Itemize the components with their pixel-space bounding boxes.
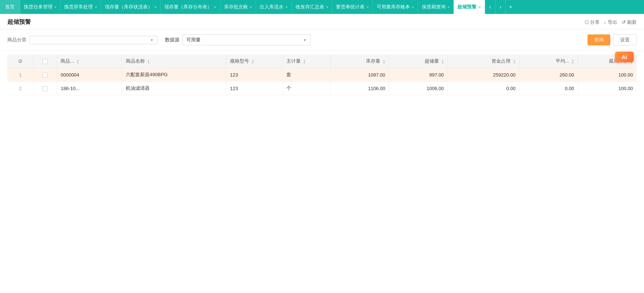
row-avg: 0.00 [519, 82, 578, 95]
th-unit[interactable]: 主计量 ▲▼ [282, 55, 330, 68]
nav-close-icon[interactable]: × [154, 5, 157, 9]
nav-stock-status[interactable]: 现存量（库存状况表） × [101, 0, 161, 14]
nav-item-label: 库存批次账 [224, 4, 248, 10]
th-avg-label: 平均... [556, 58, 569, 64]
table-header-row: ⚙ 商品... ▲▼ 商品名称 ▲▼ 规格型号 ▲▼ 主计 [7, 55, 637, 68]
nav-close-icon[interactable]: × [250, 5, 252, 9]
settings-button[interactable]: 设置 [613, 34, 637, 45]
sort-icon: ▲▼ [383, 59, 385, 64]
nav-next-arrow[interactable]: › [495, 0, 505, 14]
nav-close-icon[interactable]: × [366, 5, 369, 9]
nav-summary[interactable]: 收发存汇总表 × [292, 0, 332, 14]
row-code: 186-10... [57, 82, 122, 95]
category-filter-label: 商品分类 [7, 37, 26, 43]
category-select[interactable]: ▼ [29, 36, 158, 44]
nav-more-arrow[interactable]: × [505, 0, 516, 14]
row-over: 1006.00 [389, 82, 448, 95]
datasource-select[interactable]: 可用量 ▼ [182, 34, 311, 45]
nav-overstock[interactable]: 超储预警 × [454, 0, 484, 14]
ai-button[interactable]: Ai [615, 52, 634, 62]
sort-icon: ▲▼ [147, 59, 150, 64]
row-capital: 0.00 [448, 82, 519, 95]
row-checkbox-cell[interactable] [33, 82, 57, 95]
nav-close-icon[interactable]: × [95, 5, 97, 9]
table-body: 1 0000004 六配套新昌490BPG 123 套 1097.00 997.… [7, 68, 637, 95]
row-unit: 个 [282, 82, 330, 95]
th-over-label: 超储量 [425, 58, 439, 64]
sort-icon: ▲▼ [303, 59, 306, 64]
row-name: 机油滤清器 [122, 82, 226, 95]
nav-close-icon[interactable]: × [447, 5, 450, 9]
nav-expiry[interactable]: 保质期查询 × [418, 0, 454, 14]
nav-stock-dist[interactable]: 现存量（库存分布表） × [161, 0, 220, 14]
nav-order-stats[interactable]: 要货单统计表 × [332, 0, 373, 14]
table-container: ⚙ 商品... ▲▼ 商品名称 ▲▼ 规格型号 ▲▼ 主计 [0, 55, 644, 95]
nav-home-label: 首页 [5, 4, 15, 10]
nav-item-label: 收发存汇总表 [296, 4, 324, 10]
th-spec-label: 规格型号 [230, 58, 249, 64]
filter-area: 商品分类 ▼ 数据源 可用量 ▼ 查询 设置 [0, 29, 644, 51]
nav-close-icon[interactable]: × [54, 5, 56, 9]
row-checkbox[interactable] [43, 73, 48, 78]
select-all-checkbox[interactable] [43, 59, 48, 64]
query-button[interactable]: 查询 [588, 34, 610, 45]
row-stock: 1097.00 [330, 68, 389, 82]
row-checkbox-cell[interactable] [33, 68, 57, 82]
th-name-label: 商品名称 [126, 58, 145, 64]
sort-icon: ▲▼ [441, 59, 444, 64]
row-code: 0000004 [57, 68, 122, 82]
row-name: 六配套新昌490BPG [122, 68, 226, 82]
share-button[interactable]: ⬡ 分享 [585, 19, 600, 26]
th-avg[interactable]: 平均... ▲▼ [519, 55, 578, 68]
page-header: 超储预警 ⬡ 分享 ↓ 导出 ↺ 刷新 [0, 14, 644, 29]
th-spec[interactable]: 规格型号 ▲▼ [226, 55, 283, 68]
nav-item-label: 要货单统计表 [336, 4, 365, 10]
th-gear[interactable]: ⚙ [7, 55, 33, 68]
category-filter-group: 商品分类 ▼ [7, 36, 158, 44]
datasource-select-value: 可用量 [186, 37, 201, 43]
gear-icon[interactable]: ⚙ [18, 58, 23, 64]
overstock-table: ⚙ 商品... ▲▼ 商品名称 ▲▼ 规格型号 ▲▼ 主计 [7, 55, 637, 95]
th-name[interactable]: 商品名称 ▲▼ [122, 55, 226, 68]
nav-flow[interactable]: 出入库流水 × [256, 0, 292, 14]
th-capital[interactable]: 资金占用 ▲▼ [448, 55, 519, 68]
nav-close-icon[interactable]: × [412, 5, 414, 9]
nav-close-active-icon[interactable]: × [478, 5, 480, 9]
top-nav: 首页 拣货任务管理 × 拣货异常处理 × 现存量（库存状况表） × 现存量（库存… [0, 0, 644, 14]
th-code[interactable]: 商品... ▲▼ [57, 55, 122, 68]
row-checkbox[interactable] [43, 86, 48, 91]
nav-close-icon[interactable]: × [326, 5, 328, 9]
nav-batch-account[interactable]: 库存批次账 × [220, 0, 256, 14]
nav-exception[interactable]: 拣货异常处理 × [61, 0, 101, 14]
th-stock[interactable]: 库存量 ▲▼ [330, 55, 389, 68]
row-spec: 123 [226, 68, 283, 82]
refresh-label: 刷新 [627, 19, 637, 26]
th-over[interactable]: 超储量 ▲▼ [389, 55, 448, 68]
sort-icon: ▲▼ [77, 59, 79, 64]
nav-task-mgmt[interactable]: 拣货任务管理 × [20, 0, 61, 14]
nav-item-label: 拣货异常处理 [64, 4, 93, 10]
page-title: 超储预警 [7, 18, 31, 26]
nav-prev-arrow[interactable]: ‹ [485, 0, 495, 14]
refresh-button[interactable]: ↺ 刷新 [622, 19, 637, 26]
datasource-chevron-icon: ▼ [303, 38, 307, 42]
nav-item-label: 拣货任务管理 [24, 4, 52, 10]
th-checkbox [33, 55, 57, 68]
row-avg: 260.00 [519, 68, 578, 82]
filter-actions: 查询 设置 [588, 34, 637, 45]
table-row[interactable]: 2 186-10... 机油滤清器 123 个 1106.00 1006.00 … [7, 82, 637, 95]
nav-close-icon[interactable]: × [214, 5, 216, 9]
table-row[interactable]: 1 0000004 六配套新昌490BPG 123 套 1097.00 997.… [7, 68, 637, 82]
nav-available-ledger[interactable]: 可用量库存账本 × [373, 0, 418, 14]
export-button[interactable]: ↓ 导出 [604, 19, 618, 26]
sort-icon: ▲▼ [572, 59, 574, 64]
nav-item-label: 保质期查询 [422, 4, 446, 10]
nav-item-label: 现存量（库存状况表） [105, 4, 153, 10]
row-over: 997.00 [389, 68, 448, 82]
sort-icon: ▲▼ [252, 59, 254, 64]
nav-close-icon[interactable]: × [285, 5, 288, 9]
share-label: 分享 [590, 19, 600, 26]
th-stock-label: 库存量 [366, 58, 380, 64]
nav-home[interactable]: 首页 [0, 0, 20, 14]
th-capital-label: 资金占用 [491, 58, 511, 64]
